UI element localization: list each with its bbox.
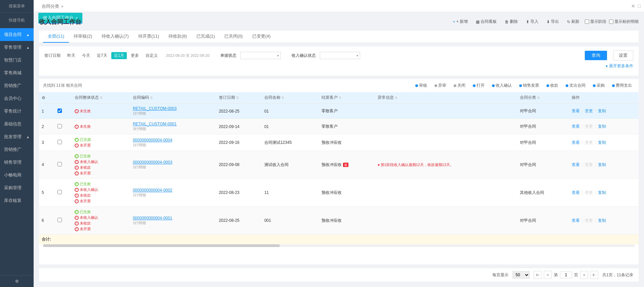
filter-quick-btn-more[interactable]: 更多	[128, 52, 142, 59]
filter-quick-btn-last1m[interactable]: 近1月	[111, 52, 127, 59]
table-action-print[interactable]: 打开	[470, 82, 487, 89]
tab-close-icon[interactable]: ×	[61, 4, 63, 8]
cell-checkbox-1[interactable]	[55, 119, 72, 134]
row-checkbox-2[interactable]	[58, 140, 62, 144]
action-查看-2[interactable]: 查看	[572, 140, 580, 146]
contract-code-link-0[interactable]: RETAIL_CUSTOM-0003	[133, 106, 177, 111]
income-confirm-select[interactable]	[320, 52, 360, 59]
filter-quick-btn-custom[interactable]: 自定义	[143, 52, 160, 59]
cell-checkbox-0[interactable]	[55, 104, 72, 119]
refresh-btn[interactable]: ↻ 刷新	[564, 17, 582, 26]
export-btn[interactable]: ⬇ 导出	[544, 17, 562, 26]
status-tab-pending_payment[interactable]: 待收款(8)	[164, 31, 192, 43]
sidebar-item-purchase[interactable]: 采购管理	[0, 181, 34, 194]
row-checkbox-3[interactable]	[58, 162, 62, 166]
contract-code-link-4[interactable]: 0000000000004-0002	[133, 188, 172, 193]
sidebar-item-xiaochang[interactable]: 小畅电商	[0, 169, 34, 181]
table-action-expense_out[interactable]: 费用支出	[609, 82, 635, 89]
page-number-input[interactable]	[560, 272, 572, 278]
contract-code-link-3[interactable]: 0000000000004-0003	[133, 160, 172, 165]
table-action-sales_invoice[interactable]: 销售发票	[517, 82, 542, 89]
row-checkbox-4[interactable]	[58, 190, 62, 194]
col-header-status[interactable]: 合同整体状态⇅	[72, 92, 130, 104]
sidebar-item-inventory[interactable]: 库存核算	[0, 194, 34, 207]
contract-board-btn[interactable]: ▦ 合同看板	[473, 17, 499, 26]
sidebar-item-marketing[interactable]: 营销推广	[0, 79, 34, 92]
doc-status-select[interactable]	[240, 52, 281, 59]
tab-contract_category[interactable]: 合同分类×	[37, 1, 82, 13]
action-查看-5[interactable]: 查看	[572, 218, 580, 223]
new-btn[interactable]: + + 新增	[450, 17, 470, 26]
cell-checkbox-4[interactable]	[55, 179, 72, 207]
sidebar-item-retail[interactable]: 零售管理▲	[0, 41, 34, 54]
table-action-review[interactable]: 审核	[413, 82, 430, 89]
sidebar-item-retail_mall[interactable]: 零售商城	[0, 67, 34, 79]
action-复制-3[interactable]: 复制	[598, 162, 606, 168]
next-page-btn[interactable]: >	[580, 271, 588, 279]
status-tab-changed[interactable]: 已变更(4)	[248, 31, 275, 43]
first-page-btn[interactable]: ⊨	[534, 271, 542, 279]
action-查看-3[interactable]: 查看	[572, 162, 580, 168]
prev-page-btn[interactable]: <	[544, 271, 552, 279]
col-header-category[interactable]: 合同分类⇅	[517, 92, 569, 104]
show-fields-input[interactable]	[585, 19, 589, 24]
col-header-sign_date[interactable]: 签订日期⇅	[216, 92, 262, 104]
filter-quick-btn-yesterday[interactable]: 昨天	[65, 52, 78, 59]
table-action-close[interactable]: 关闭	[451, 82, 468, 89]
action-复制-4[interactable]: 复制	[598, 190, 606, 196]
col-header-abnormal[interactable]: 异常信息⇅	[375, 92, 518, 104]
row-checkbox-1[interactable]	[58, 124, 62, 128]
status-tab-all[interactable]: 全部(11)	[43, 31, 69, 43]
action-change-0[interactable]: 变更	[585, 108, 593, 114]
status-tab-completed[interactable]: 已完成(1)	[192, 31, 220, 43]
cell-checkbox-2[interactable]	[55, 134, 72, 151]
status-tab-closed[interactable]: 已关闭(0)	[220, 31, 248, 43]
sidebar-item-batch_mgmt[interactable]: 批发管理▲	[0, 130, 34, 143]
sidebar-item-sales_mgmt[interactable]: 销售管理	[0, 156, 34, 169]
contract-code-link-1[interactable]: RETAIL_CUSTOM-0001	[133, 122, 177, 126]
delete-btn[interactable]: 🗑 删除	[502, 17, 521, 26]
sidebar-item-smart_store[interactable]: 智慧门店	[0, 54, 34, 67]
sidebar-item-basic_info[interactable]: 基础信息	[0, 118, 34, 130]
cell-checkbox-3[interactable]	[55, 151, 72, 179]
col-header-code[interactable]: 合同编码⇅	[130, 92, 216, 104]
page-size-select[interactable]: 102050100	[513, 271, 530, 279]
sidebar-item-marketing2[interactable]: 营销推广	[0, 143, 34, 156]
action-复制-5[interactable]: 复制	[598, 218, 606, 223]
status-tab-pending_review[interactable]: 待审核(2)	[69, 31, 97, 43]
show-marks-checkbox[interactable]: 显示标的明细	[609, 19, 639, 25]
query-btn[interactable]: 查询	[585, 51, 607, 60]
show-fields-checkbox[interactable]: 显示阶段	[585, 19, 606, 25]
window-close-btn[interactable]: ✕	[631, 3, 635, 9]
action-复制-0[interactable]: 复制	[598, 108, 606, 114]
action-复制-1[interactable]: 复制	[598, 124, 606, 129]
import-btn[interactable]: ⬆ 导入	[523, 17, 541, 26]
filter-quick-btn-last7[interactable]: 近7天	[94, 52, 110, 59]
status-tab-pending_invoice[interactable]: 待开票(11)	[134, 31, 164, 43]
table-action-income_confirm[interactable]: 收入确认	[489, 82, 515, 89]
filter-quick-btn-today[interactable]: 今天	[79, 52, 93, 59]
action-查看-1[interactable]: 查看	[572, 124, 580, 129]
row-checkbox-5[interactable]	[58, 218, 62, 222]
sidebar-search[interactable]: 搜索菜单	[0, 0, 34, 13]
action-查看-0[interactable]: 查看	[572, 108, 580, 114]
table-action-purchase[interactable]: 采购	[590, 82, 607, 89]
col-header-name[interactable]: 合同名称⇅	[262, 92, 319, 104]
contract-code-link-5[interactable]: 0000000000004-0001	[133, 216, 172, 220]
contract-code-link-2[interactable]: 0000000000004-0004	[133, 138, 172, 142]
show-marks-input[interactable]	[609, 19, 613, 24]
action-查看-4[interactable]: 查看	[572, 190, 580, 196]
status-tab-pending_confirm[interactable]: 待收入确认(7)	[97, 31, 134, 43]
horizontal-scrollbar[interactable]	[43, 244, 635, 247]
sidebar-settings[interactable]: ⚙	[0, 275, 34, 287]
action-复制-2[interactable]: 复制	[598, 140, 606, 146]
table-action-collect[interactable]: 收款	[544, 82, 561, 89]
window-maximize-btn[interactable]: □	[638, 3, 641, 9]
last-page-btn[interactable]: ⊩	[590, 271, 598, 279]
table-action-abandon[interactable]: 弃审	[432, 82, 449, 89]
filter-expand-btn[interactable]: ▾ 展开更多条件	[606, 63, 633, 69]
col-header-customer[interactable]: 结算客户⇅	[319, 92, 375, 104]
scrollbar-thumb[interactable]	[43, 244, 280, 247]
cell-checkbox-5[interactable]	[55, 207, 72, 235]
setting-btn[interactable]: 设置	[613, 50, 633, 60]
